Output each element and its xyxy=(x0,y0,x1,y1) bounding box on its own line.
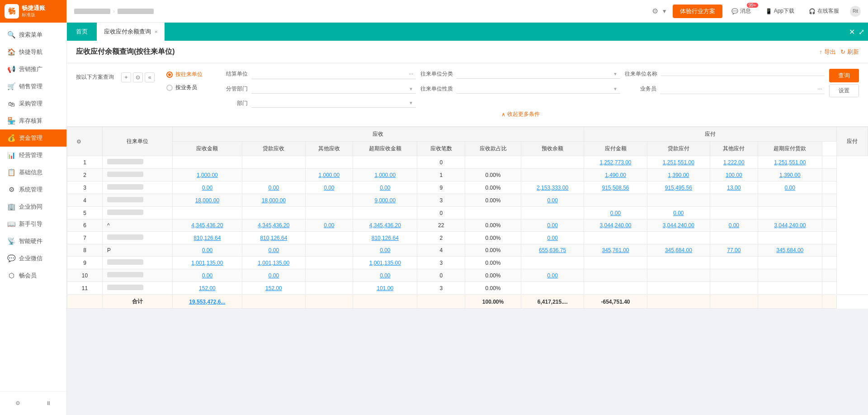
col-settings[interactable]: ⚙ xyxy=(67,127,103,156)
member-icon: ⬡ xyxy=(7,272,15,280)
scheme-list: 按往来单位 按业务员 xyxy=(162,69,207,93)
filter-schemes-row: 按以下方案查询 + ⊙ « 按往来单位 xyxy=(76,69,859,121)
query-button[interactable]: 查询 xyxy=(829,69,859,82)
sidebar-item-hardware[interactable]: 📡智能硬件 xyxy=(0,233,66,250)
col-loan-payable: 贷款应付 xyxy=(647,142,710,156)
collapse-bar[interactable]: ∧ 收起更多条件 xyxy=(216,108,825,121)
scheme-radio-inactive xyxy=(166,85,173,91)
tab-maximize-icon[interactable]: ⤢ xyxy=(859,28,864,36)
col-loan-receivable: 贷款应收 xyxy=(242,142,305,156)
settings-icon[interactable]: ⚙ xyxy=(652,7,658,15)
app-logo: 畅 畅捷通账 标准版 xyxy=(0,0,66,23)
user-avatar[interactable]: Rit xyxy=(850,6,861,17)
col-counterpart: 往来单位 xyxy=(103,127,173,156)
chevron-down-icon[interactable]: ▼ xyxy=(662,8,667,14)
dept-label: 分管部门 xyxy=(216,85,248,93)
scheme-item-counterpart[interactable]: 按往来单位 xyxy=(162,69,207,80)
sidebar-item-wechat[interactable]: 💬企业微信 xyxy=(0,250,66,267)
footer-ratio-total: 100.00% xyxy=(465,295,521,309)
sidebar-label-basic-info: 基础信息 xyxy=(19,168,42,176)
nature-select[interactable]: ▼ xyxy=(457,85,620,94)
sidebar-item-operation[interactable]: 📊经营管理 xyxy=(0,147,66,164)
marketing-icon: 📢 xyxy=(7,65,15,73)
app-download-button[interactable]: 📱 App下载 xyxy=(762,5,798,17)
filter-row-settlement: 结算单位 ··· xyxy=(216,69,416,79)
main-area: › ⚙ ▼ 体验行业方案 💬 消息 99+ 📱 App下载 🎧 xyxy=(67,0,868,415)
setting-button[interactable]: 设置 xyxy=(829,84,859,97)
sidebar-footer: ⚙ ⏸ xyxy=(0,391,66,415)
sidebar-item-basic-info[interactable]: 📋基础信息 xyxy=(0,164,66,181)
page-header: 应收应付余额查询(按往来单位) ↑ 导出 ↻ 刷新 xyxy=(67,41,868,63)
export-icon: ↑ xyxy=(820,48,823,55)
table-row: 500.000.00 xyxy=(67,207,868,219)
filter-row-branch-dept: 部门 ▼ xyxy=(216,99,416,108)
sidebar-settings-btn[interactable]: ⚙ xyxy=(5,396,32,410)
table-row: 30.000.000.000.0090.00%2,153,333.00915,5… xyxy=(67,181,868,194)
sidebar-item-enterprise[interactable]: 🏢企业协同 xyxy=(0,198,66,215)
logo-text: 畅捷通账 xyxy=(22,5,45,12)
add-scheme-btn[interactable]: + xyxy=(121,72,131,82)
tab-close-window-icon[interactable]: ✕ xyxy=(849,28,855,36)
sidebar-item-finance[interactable]: 💰资金管理 xyxy=(0,129,66,147)
filter-grid-wrap: 结算单位 ··· 往来单位分类 ▼ xyxy=(216,69,825,121)
sidebar-item-inventory[interactable]: 🏪库存核算 xyxy=(0,112,66,129)
col-receivable-amount: 应收金额 xyxy=(172,142,242,156)
sidebar-nav: 🔍搜索菜单🏠快捷导航📢营销推广🛒销售管理🛍采购管理🏪库存核算💰资金管理📊经营管理… xyxy=(0,23,66,391)
branch-dept-select[interactable]: ▼ xyxy=(251,99,416,108)
filter-buttons: 查询 设置 xyxy=(825,69,859,97)
tabbar: 首页 应收应付余额查询 × ✕ ⤢ xyxy=(67,23,868,41)
sidebar-label-search-menu: 搜索菜单 xyxy=(19,31,42,39)
col-overdue-payable: 超期应付货款 xyxy=(758,142,822,156)
footer-label: 合计 xyxy=(103,295,173,309)
wechat-icon: 💬 xyxy=(7,254,15,262)
dept-select[interactable]: ▼ xyxy=(251,85,416,94)
settlement-input[interactable]: ··· xyxy=(251,69,416,79)
sidebar-item-search-menu[interactable]: 🔍搜索菜单 xyxy=(0,26,66,43)
col-payable-suffix: 应付 xyxy=(837,127,868,156)
breadcrumb-blurred xyxy=(74,9,110,14)
quick-nav-icon: 🏠 xyxy=(7,48,15,56)
refresh-icon: ↻ xyxy=(840,48,845,55)
export-button[interactable]: ↑ 导出 xyxy=(820,48,836,56)
table-row: 418,000.0018,000.009,000.0030.00%0.00 xyxy=(67,194,868,207)
tab-receivable[interactable]: 应收应付余额查询 × xyxy=(97,23,165,41)
settlement-label: 结算单位 xyxy=(216,70,248,78)
sidebar-item-marketing[interactable]: 📢营销推广 xyxy=(0,61,66,78)
topbar-actions: 💬 消息 99+ 📱 App下载 🎧 在线客服 Rit xyxy=(728,5,861,17)
footer-advance-total: 6,417,215.... xyxy=(521,295,584,309)
scheme-item-salesman[interactable]: 按业务员 xyxy=(162,82,207,93)
sidebar-label-hardware: 智能硬件 xyxy=(19,237,42,245)
collapse-scheme-btn[interactable]: « xyxy=(145,72,155,82)
search-menu-icon: 🔍 xyxy=(7,31,15,39)
guide-icon: 📖 xyxy=(7,220,15,228)
sidebar-label-wechat: 企业微信 xyxy=(19,254,42,262)
name-input[interactable] xyxy=(661,72,825,76)
sidebar-item-system[interactable]: ⚙系统管理 xyxy=(0,181,66,198)
inventory-icon: 🏪 xyxy=(7,117,15,125)
refresh-button[interactable]: ↻ 刷新 xyxy=(840,48,859,56)
category-select[interactable]: ▼ xyxy=(457,70,620,79)
online-service-button[interactable]: 🎧 在线客服 xyxy=(805,5,843,17)
col-group-payable: 应付 xyxy=(584,127,837,142)
tab-right-actions: ✕ ⤢ xyxy=(849,28,868,36)
messages-button[interactable]: 💬 消息 99+ xyxy=(728,5,755,17)
tab-home[interactable]: 首页 xyxy=(67,23,97,41)
table-row: 11152.00152.00101.0030.00% xyxy=(67,282,868,295)
sidebar-item-quick-nav[interactable]: 🏠快捷导航 xyxy=(0,43,66,61)
table-row: 6^4,345,436.204,345,436.200.004,345,436.… xyxy=(67,219,868,232)
solution-button[interactable]: 体验行业方案 xyxy=(673,5,722,18)
filter-area: 按以下方案查询 + ⊙ « 按往来单位 xyxy=(67,63,868,127)
sidebar-label-finance: 资金管理 xyxy=(19,134,42,142)
col-overdue-receivable: 超期应收金额 xyxy=(353,142,417,156)
tab-close-icon[interactable]: × xyxy=(155,29,157,34)
sidebar-item-purchase[interactable]: 🛍采购管理 xyxy=(0,95,66,112)
sidebar-item-guide[interactable]: 📖新手引导 xyxy=(0,215,66,233)
filter-row-dept: 分管部门 ▼ xyxy=(216,84,416,94)
sidebar-collapse-btn[interactable]: ⏸ xyxy=(35,396,62,410)
sidebar-item-sales[interactable]: 🛒销售管理 xyxy=(0,78,66,95)
edit-scheme-btn[interactable]: ⊙ xyxy=(133,72,143,82)
col-receivable-count: 应收笔数 xyxy=(417,142,465,156)
page-header-actions: ↑ 导出 ↻ 刷新 xyxy=(820,48,859,56)
sidebar-item-member[interactable]: ⬡畅会员 xyxy=(0,267,66,284)
salesman-input[interactable]: ··· xyxy=(660,84,825,94)
